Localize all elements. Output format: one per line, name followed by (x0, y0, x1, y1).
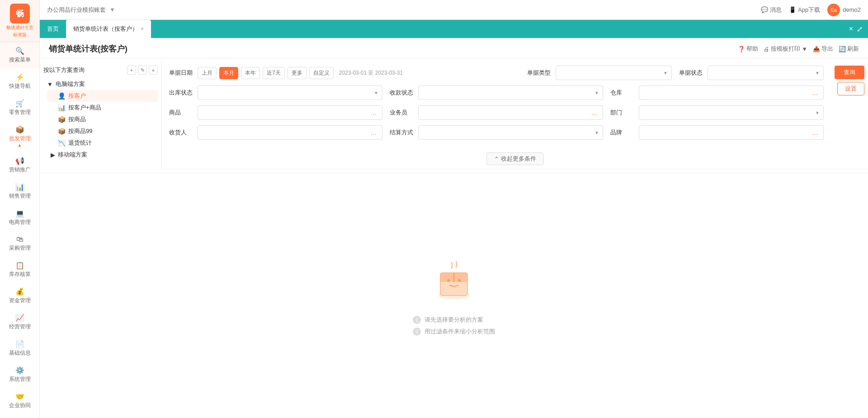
query-button[interactable]: 查询 (835, 66, 864, 79)
export-btn[interactable]: 📤 导出 (813, 45, 833, 53)
date-btn-last-month[interactable]: 上月 (198, 67, 217, 79)
refresh-btn[interactable]: 🔄 刷新 (839, 45, 859, 53)
left-panel: 按以下方案查询 + ✎ « ▼ 电脑端方案 👤 按客户 (40, 62, 162, 169)
sidebar-item-system[interactable]: ⚙️ 系统管理 (0, 361, 39, 388)
recipient-select[interactable]: … (198, 125, 382, 140)
sidebar-item-operations[interactable]: 📈 经营管理 (0, 309, 39, 335)
empty-tip-1-text: 请先选择要分析的方案 (425, 316, 483, 324)
collapse-label: 收起更多条件 (501, 155, 536, 163)
search-icon: 🔍 (15, 47, 24, 55)
cooperation-icon: 🤝 (15, 392, 24, 401)
sidebar-item-purchase[interactable]: 🛍 采购管理 (0, 231, 39, 256)
date-btn-custom[interactable]: 自定义 (309, 67, 334, 79)
collapse-more-btn[interactable]: ⌃ 收起更多条件 (486, 152, 544, 165)
mobile-section: ▶ 移动端方案 (47, 149, 158, 161)
svg-point-5 (458, 279, 461, 282)
quicknav-icon: ⚡ (15, 73, 24, 81)
salesperson-label: 业务员 (390, 109, 415, 117)
main-content: 办公用品行业模拟账套 ▼ 💬 消息 📱 App下载 Ea demo2 首页 销货… (40, 0, 868, 418)
settings-button[interactable]: 设置 (837, 82, 864, 95)
date-btn-this-year[interactable]: 本年 (241, 67, 260, 79)
filter-area: 按以下方案查询 + ✎ « ▼ 电脑端方案 👤 按客户 (40, 58, 868, 173)
date-btn-this-month[interactable]: 本月 (219, 67, 238, 79)
order-status-label: 单据状态 (679, 69, 704, 77)
tree-child-by-goods[interactable]: 📦 按商品 (47, 114, 158, 125)
edit-scheme-btn[interactable]: ✎ (138, 66, 147, 75)
goods-select[interactable]: … (198, 105, 382, 120)
warehouse-select[interactable]: … (639, 86, 824, 100)
tree-child-by-goods-99[interactable]: 📦 按商品99 (47, 125, 158, 137)
add-scheme-btn[interactable]: + (127, 66, 136, 75)
settlement-select[interactable]: ▼ (418, 125, 603, 140)
mobile-toggle[interactable]: ▶ 移动端方案 (47, 149, 158, 161)
sidebar-item-ecommerce[interactable]: 💻 电商管理 (0, 204, 39, 231)
tab-home[interactable]: 首页 (40, 20, 66, 38)
sidebar-item-cooperation[interactable]: 🤝 企业协同 (0, 388, 39, 414)
brand-select[interactable]: … (639, 125, 824, 140)
order-status-select[interactable]: ▼ (708, 66, 824, 80)
warehouse-dots[interactable]: … (810, 90, 820, 96)
sidebar-item-search[interactable]: 🔍 搜索菜单 (0, 42, 39, 68)
dropdown-arrow[interactable]: ▼ (109, 6, 115, 13)
sidebar-label-basic-info: 基础信息 (9, 349, 31, 357)
sidebar-item-inventory[interactable]: 📋 库存核算 (0, 256, 39, 283)
empty-tip-2: 2 用过滤条件来缩小分析范围 (413, 328, 495, 336)
close-window-btn[interactable]: × (849, 25, 853, 33)
warehouse-field: 仓库 … (610, 86, 824, 100)
sidebar-label-wholesale: 批发管理 (9, 135, 31, 142)
empty-state: 1 请先选择要分析的方案 2 用过滤条件来缩小分析范围 (40, 173, 868, 418)
recipient-dots[interactable]: … (369, 129, 378, 136)
ship-status-select[interactable]: ▼ (198, 86, 382, 100)
messages-btn[interactable]: 💬 消息 (761, 6, 782, 14)
tab-close-btn[interactable]: × (141, 26, 144, 32)
by-goods-label: 按商品 (68, 115, 86, 124)
by-cg-icon: 📊 (58, 104, 66, 111)
sales-icon: 📊 (15, 183, 24, 191)
collapse-bar: ⌃ 收起更多条件 (162, 149, 868, 169)
help-icon: ❓ (738, 46, 745, 52)
empty-tip-2-text: 用过滤条件来缩小分析范围 (425, 328, 495, 336)
sidebar-item-marketing[interactable]: 📢 营销推广 (0, 152, 39, 178)
department-label: 部门 (610, 109, 635, 117)
logo-subtext: 标准版 (13, 32, 27, 38)
date-btn-more[interactable]: 更多 (288, 67, 307, 79)
sidebar-item-sales[interactable]: 📊 销售管理 (0, 178, 39, 204)
salesperson-select[interactable]: … (418, 105, 603, 120)
sidebar-item-wholesale[interactable]: 📦 批发管理 ▲ (0, 121, 39, 152)
sidebar-item-newbie[interactable]: 🎯 新手引导 (0, 414, 39, 418)
maximize-window-btn[interactable]: ⤢ (857, 25, 863, 33)
sidebar-item-retail[interactable]: 🛒 零售管理 (0, 95, 39, 121)
help-btn[interactable]: ❓ 帮助 (738, 45, 758, 53)
ship-status-field: 出库状态 ▼ (169, 86, 382, 100)
brand-dots[interactable]: … (810, 129, 820, 136)
order-type-select[interactable]: ▼ (556, 66, 672, 80)
topbar-right: 💬 消息 📱 App下载 Ea demo2 (761, 4, 861, 16)
app-download-btn[interactable]: 📱 App下载 (789, 6, 820, 14)
app-name: 办公用品行业模拟账套 (47, 6, 106, 14)
collection-status-label: 收款状态 (390, 89, 415, 97)
department-select[interactable]: ▼ (639, 105, 824, 120)
tab-sales-stat[interactable]: 销货单统计表（按客户） × (66, 20, 151, 38)
goods-dots[interactable]: … (369, 109, 378, 116)
tree-child-return-stat[interactable]: 📉 退货统计 (47, 137, 158, 149)
print-btn[interactable]: 🖨 按模板打印 ▼ (764, 45, 807, 53)
sidebar-item-basic-info[interactable]: 📄 基础信息 (0, 335, 39, 361)
date-btn-7days[interactable]: 近7天 (263, 67, 285, 79)
filter-row-4: 收货人 … 结算方式 ▼ (169, 125, 824, 140)
topbar: 办公用品行业模拟账套 ▼ 💬 消息 📱 App下载 Ea demo2 (40, 0, 868, 20)
desktop-section[interactable]: ▼ 电脑端方案 (43, 78, 158, 90)
right-filter: 单据日期 上月 本月 本年 近7天 更多 自定义 2023-03-01 至 20… (162, 62, 831, 149)
tree-child-by-customer-goods[interactable]: 📊 按客户+商品 (47, 102, 158, 114)
collapse-panel-btn[interactable]: « (149, 66, 158, 75)
sidebar-item-quicknav[interactable]: ⚡ 快捷导航 (0, 68, 39, 95)
sidebar-label-purchase: 采购管理 (9, 244, 31, 252)
recipient-label: 收货人 (169, 128, 194, 137)
salesperson-dots[interactable]: … (590, 109, 599, 116)
tab-home-label: 首页 (47, 25, 59, 33)
sidebar-label-system: 系统管理 (9, 375, 31, 383)
sidebar-item-finance[interactable]: 💰 资金管理 (0, 283, 39, 309)
print-dropdown-icon[interactable]: ▼ (802, 46, 807, 52)
tree-child-by-customer[interactable]: 👤 按客户 (47, 90, 158, 102)
user-area[interactable]: Ea demo2 (827, 4, 861, 16)
collection-status-select[interactable]: ▼ (418, 86, 603, 100)
